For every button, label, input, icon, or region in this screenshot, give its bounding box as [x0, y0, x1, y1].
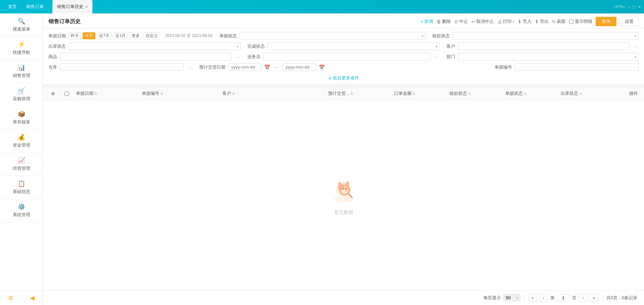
sidebar-item-base-info[interactable]: 📋 基础信息: [0, 176, 43, 199]
customer-input[interactable]: [458, 42, 630, 50]
date-btn-yesterday[interactable]: 昨天: [69, 32, 81, 39]
minimize-btn[interactable]: −: [628, 4, 630, 9]
sort-customer-icon: ⇅: [232, 92, 235, 96]
th-out-status[interactable]: 出库状态 ⇅: [558, 90, 614, 97]
salesperson-input[interactable]: [263, 53, 430, 61]
close-tab-sales-order-history[interactable]: ×: [85, 5, 87, 9]
receipt-status-select[interactable]: [453, 32, 639, 40]
export-button[interactable]: ⬆ 导出: [535, 18, 549, 25]
maximize-btn[interactable]: □: [633, 4, 636, 9]
th-bill-status[interactable]: 单据状态 ⇅: [503, 90, 558, 97]
stop-button[interactable]: ⊘ 中止: [454, 18, 468, 25]
new-icon: +: [421, 19, 423, 24]
warehouse-picker-btn[interactable]: ···: [186, 65, 193, 70]
stop-icon: ⊘: [454, 19, 458, 24]
refresh-icon: ↻: [552, 19, 556, 24]
import-icon: ⬇: [518, 19, 522, 24]
salesperson-picker-btn[interactable]: ···: [433, 54, 440, 60]
th-settings[interactable]: ⚙: [46, 91, 60, 96]
customer-picker-btn[interactable]: ···: [632, 44, 639, 49]
goods-picker-btn[interactable]: ···: [234, 54, 241, 60]
sort-receipt-icon: ⇅: [468, 92, 471, 96]
funds-mgmt-icon: 💰: [18, 134, 25, 141]
cancel-stop-icon: ↩: [471, 19, 475, 24]
sidebar-collapse-icon[interactable]: ◀: [30, 294, 35, 302]
collapse-filter-btn[interactable]: ∧ 收起更多条件: [48, 74, 639, 81]
th-number[interactable]: 单据编号 ⇅: [139, 90, 220, 97]
th-date[interactable]: 单据日期 ⇅: [73, 90, 139, 97]
delivery-date-to-input[interactable]: [283, 63, 316, 71]
page-title: 销售订单历史: [48, 18, 81, 25]
th-delivery[interactable]: 预计交货... ⇅: [326, 90, 391, 97]
sidebar-item-sys-mgmt[interactable]: ⚙️ 系统管理: [0, 199, 43, 222]
sort-delivery-icon: ⇅: [350, 92, 353, 96]
sidebar-settings-icon[interactable]: ⚙: [8, 294, 13, 302]
main-layout: 🔍 搜索菜单 ⚡ 快捷导航 📊 销售管理 🛒 采购管理 📦 库存核算 💰 资金管…: [0, 13, 644, 305]
delete-button[interactable]: 🗑 删除: [436, 18, 451, 25]
page-number-input[interactable]: [557, 294, 569, 301]
print-button[interactable]: 🖨 打印 ▾: [497, 18, 514, 25]
export-icon: ⬆: [535, 19, 539, 24]
th-checkbox[interactable]: [60, 91, 73, 96]
out-status-select[interactable]: [69, 42, 241, 50]
search-menu-icon: 🔍: [18, 17, 25, 25]
display-detail-checkbox[interactable]: [569, 20, 573, 24]
per-page-select[interactable]: 10 20 50 100: [504, 294, 520, 301]
filter-salesperson: 业务员 ···: [247, 53, 439, 61]
delivery-date-to-calendar[interactable]: 📅: [319, 65, 325, 70]
delivery-date-from-input[interactable]: [228, 63, 262, 71]
dept-select[interactable]: [458, 53, 639, 61]
sidebar-item-inventory[interactable]: 📦 库存核算: [0, 106, 43, 129]
svg-point-0: [334, 197, 353, 202]
sidebar-item-operations-mgmt[interactable]: 📈 经营管理: [0, 153, 43, 176]
display-detail-checkbox-label[interactable]: 显示明细: [569, 18, 592, 25]
date-btn-1month[interactable]: 近1月: [113, 32, 128, 39]
date-btn-7days[interactable]: 近7天: [97, 32, 112, 39]
goods-input[interactable]: [60, 53, 231, 61]
cancel-stop-button[interactable]: ↩ 取消中止: [471, 18, 494, 25]
filter-bill-status: 单据状态: [219, 32, 426, 40]
prev-page-btn[interactable]: ‹: [540, 294, 548, 302]
purchase-mgmt-icon: 🛒: [18, 87, 25, 94]
refresh-button[interactable]: ↻ 刷新: [552, 18, 566, 25]
import-button[interactable]: ⬇ 导入: [518, 18, 531, 25]
window-close-btn[interactable]: ×: [638, 4, 641, 9]
th-customer[interactable]: 客户 ⇅: [220, 90, 326, 97]
sidebar-item-funds-mgmt[interactable]: 💰 资金管理: [0, 129, 43, 153]
sort-out-icon: ⇅: [579, 92, 582, 96]
close-tab-sales-order[interactable]: ×: [46, 5, 48, 9]
sidebar-item-search-menu[interactable]: 🔍 搜索菜单: [0, 13, 43, 37]
warehouse-input[interactable]: [60, 63, 183, 71]
bill-status-select[interactable]: [240, 32, 426, 40]
sidebar: 🔍 搜索菜单 ⚡ 快捷导航 📊 销售管理 🛒 采购管理 📦 库存核算 💰 资金管…: [0, 13, 43, 305]
select-all-checkbox[interactable]: [65, 91, 69, 96]
filter-out-status: 出库状态: [48, 42, 241, 50]
date-btn-today[interactable]: 今天: [83, 32, 95, 39]
query-button[interactable]: 查询: [596, 17, 616, 26]
toolbar: + 新增 🗑 删除 ⊘ 中止 ↩ 取消中止 🖨 打印: [421, 17, 639, 26]
first-page-btn[interactable]: «: [529, 294, 537, 302]
setting-button[interactable]: 设置: [620, 17, 639, 26]
filter-area: 单据日期 昨天 今天 近7天 近1月 更多 自定义 2023-06-02 至 2…: [43, 29, 644, 85]
tab-home[interactable]: 首页: [3, 0, 22, 13]
tab-sales-order[interactable]: 销售订单 ×: [22, 0, 52, 13]
complete-status-select[interactable]: [267, 42, 439, 50]
bill-number-input[interactable]: [515, 63, 639, 71]
th-amount[interactable]: 订单金额 ⇅: [391, 90, 447, 97]
window-controls: OfTEn − □ ×: [614, 4, 641, 9]
date-btn-custom[interactable]: 自定义: [143, 32, 160, 39]
tab-sales-order-history[interactable]: 销售订单历史 ×: [52, 0, 92, 13]
pagination-divider: [524, 295, 525, 301]
new-button[interactable]: + 新增: [421, 18, 433, 25]
sidebar-item-quick-nav[interactable]: ⚡ 快捷导航: [0, 37, 43, 60]
table-settings-icon[interactable]: ⚙: [51, 91, 55, 96]
sidebar-item-sales-mgmt[interactable]: 📊 销售管理: [0, 60, 43, 83]
sidebar-item-purchase-mgmt[interactable]: 🛒 采购管理: [0, 83, 43, 106]
date-btn-more[interactable]: 更多: [129, 32, 142, 39]
empty-illustration: [329, 175, 359, 205]
next-page-btn[interactable]: ›: [579, 294, 587, 302]
delivery-date-from-calendar[interactable]: 📅: [264, 65, 270, 70]
last-page-btn[interactable]: »: [590, 294, 598, 302]
th-receipt-status[interactable]: 收款状态 ⇅: [447, 90, 503, 97]
filter-date: 单据日期 昨天 今天 近7天 近1月 更多 自定义 2023-06-02 至 2…: [48, 32, 213, 39]
